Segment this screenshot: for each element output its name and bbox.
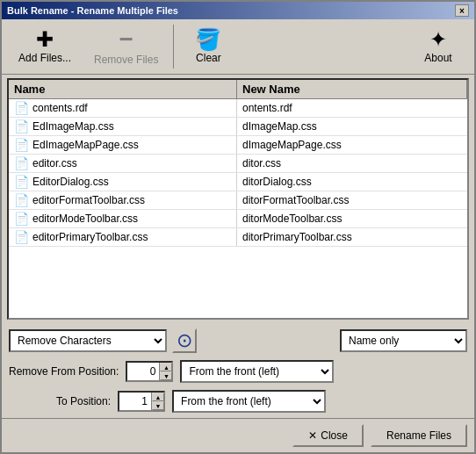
from-position-spinners: ▲ ▼ <box>159 363 172 380</box>
file-name: editor.css <box>32 157 77 169</box>
remove-files-button[interactable]: − Remove Files <box>83 23 169 70</box>
clear-icon: 🪣 <box>195 29 221 50</box>
remove-files-label: Remove Files <box>94 54 158 66</box>
to-position-input[interactable] <box>119 393 151 409</box>
close-label: Close <box>321 429 348 442</box>
help-icon: ⊙ <box>177 329 192 352</box>
from-position-input[interactable] <box>127 364 159 379</box>
from-position-down-button[interactable]: ▼ <box>160 371 172 380</box>
file-new-name: dImageMap.css <box>237 119 467 134</box>
col-header-name: Name <box>9 80 237 98</box>
file-icon: 📄 <box>14 230 29 244</box>
file-name: editorModeToolbar.css <box>32 213 138 225</box>
close-window-button[interactable]: × <box>455 4 469 17</box>
file-name: EdImageMapPage.css <box>32 139 139 151</box>
file-list-header: Name New Name <box>9 80 467 99</box>
to-position-label: To Position: <box>56 395 111 407</box>
file-icon: 📄 <box>14 175 29 189</box>
about-button[interactable]: ✦ About <box>407 25 469 68</box>
file-new-name: ditorPrimaryToolbar.css <box>237 229 467 245</box>
rename-label: Rename Files <box>386 429 451 442</box>
operation-select[interactable]: Remove CharactersAdd PrefixAdd SuffixRep… <box>9 329 167 352</box>
file-name: contents.rdf <box>32 102 88 114</box>
file-new-name: ditorDialog.css <box>237 174 467 190</box>
file-list-body: 📄 contents.rdf ontents.rdf 📄 EdImageMap.… <box>9 99 467 318</box>
table-row[interactable]: 📄 EditorDialog.css ditorDialog.css <box>9 173 467 191</box>
toolbar: ✚ Add Files... − Remove Files 🪣 Clear ✦ … <box>2 19 474 75</box>
table-row[interactable]: 📄 contents.rdf ontents.rdf <box>9 99 467 118</box>
file-list-scroll-area: 📄 contents.rdf ontents.rdf 📄 EdImageMap.… <box>9 99 467 318</box>
to-direction-select[interactable]: From the front (left) From the back (rig… <box>172 390 326 413</box>
table-row[interactable]: 📄 editorFormatToolbar.css ditorFormatToo… <box>9 191 467 210</box>
table-row[interactable]: 📄 EdImageMap.css dImageMap.css <box>9 118 467 136</box>
file-new-name: ditorModeToolbar.css <box>237 211 467 227</box>
file-name: EdImageMap.css <box>32 120 114 133</box>
rename-files-button[interactable]: Rename Files <box>371 424 467 447</box>
from-position-up-button[interactable]: ▲ <box>160 363 172 371</box>
from-position-label: Remove From Position: <box>9 365 119 378</box>
file-name: EditorDialog.css <box>32 176 109 188</box>
about-icon: ✦ <box>429 29 447 50</box>
add-files-label: Add Files... <box>18 52 71 64</box>
file-icon: 📄 <box>14 212 29 226</box>
from-position-input-wrap: ▲ ▼ <box>126 361 173 382</box>
table-row[interactable]: 📄 EdImageMapPage.css dImageMapPage.css <box>9 136 467 155</box>
close-icon: ✕ <box>308 429 317 442</box>
controls-row3: To Position: ▲ ▼ From the front (left) F… <box>9 390 467 413</box>
file-name: editorPrimaryToolbar.css <box>32 231 148 243</box>
add-files-button[interactable]: ✚ Add Files... <box>7 25 83 68</box>
file-list-container: Name New Name 📄 contents.rdf ontents.rdf… <box>7 78 469 320</box>
file-new-name: dImageMapPage.css <box>237 137 467 153</box>
clear-label: Clear <box>196 52 221 64</box>
to-position-spinners: ▲ ▼ <box>151 393 164 410</box>
to-position-down-button[interactable]: ▼ <box>152 401 164 410</box>
from-direction-select[interactable]: From the front (left) From the back (rig… <box>180 360 334 383</box>
help-button[interactable]: ⊙ <box>172 328 197 353</box>
title-bar: Bulk Rename - Rename Multiple Files × <box>2 2 474 19</box>
file-new-name: ditorFormatToolbar.css <box>237 192 467 208</box>
controls-row1: Remove CharactersAdd PrefixAdd SuffixRep… <box>9 328 467 353</box>
controls-area: Remove CharactersAdd PrefixAdd SuffixRep… <box>2 323 474 418</box>
file-icon: 📄 <box>14 101 29 115</box>
file-new-name: ditor.css <box>237 155 467 171</box>
window-title: Bulk Rename - Rename Multiple Files <box>7 5 178 16</box>
file-icon: 📄 <box>14 156 29 170</box>
about-label: About <box>424 52 451 64</box>
bottom-bar: ✕ Close Rename Files <box>2 418 474 452</box>
col-header-new-name: New Name <box>237 80 467 98</box>
table-row[interactable]: 📄 editorModeToolbar.css ditorModeToolbar… <box>9 210 467 228</box>
clear-button[interactable]: 🪣 Clear <box>177 25 239 68</box>
file-new-name: ontents.rdf <box>237 100 467 116</box>
close-button[interactable]: ✕ Close <box>292 424 364 447</box>
to-position-up-button[interactable]: ▲ <box>152 393 164 401</box>
main-window: Bulk Rename - Rename Multiple Files × ✚ … <box>0 0 476 454</box>
table-row[interactable]: 📄 editor.css ditor.css <box>9 155 467 173</box>
file-icon: 📄 <box>14 138 29 152</box>
file-icon: 📄 <box>14 119 29 133</box>
file-icon: 📄 <box>14 193 29 207</box>
to-position-input-wrap: ▲ ▼ <box>118 391 165 412</box>
file-name: editorFormatToolbar.css <box>32 194 145 206</box>
remove-files-icon: − <box>119 27 133 52</box>
scope-select[interactable]: Name onlyExtension onlyName and Extensio… <box>340 329 467 352</box>
table-row[interactable]: 📄 editorPrimaryToolbar.css ditorPrimaryT… <box>9 228 467 247</box>
add-files-icon: ✚ <box>36 29 54 50</box>
toolbar-divider <box>173 25 174 68</box>
controls-row2: Remove From Position: ▲ ▼ From the front… <box>9 360 467 383</box>
